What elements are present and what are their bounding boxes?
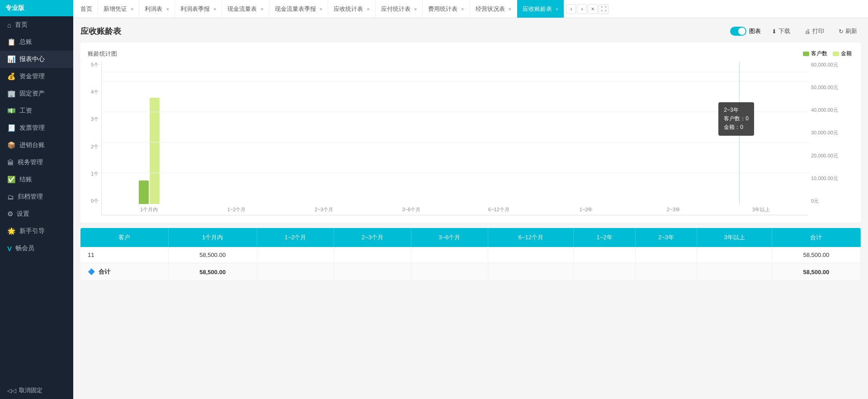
- tab-cashflow[interactable]: 现金流量表 ×: [222, 0, 269, 18]
- tab-cashflow-quarter[interactable]: 现金流量表季报 ×: [269, 0, 328, 18]
- tab-cashflow-close[interactable]: ×: [260, 6, 263, 12]
- sidebar-item-capital[interactable]: 💰 资金管理: [0, 68, 73, 85]
- tab-expense-stat[interactable]: 费用统计表 ×: [423, 0, 470, 18]
- legend-amount: 金额: [833, 50, 852, 57]
- total-2-3year: [635, 263, 697, 281]
- tab-operation-close[interactable]: ×: [509, 6, 511, 12]
- total-1-2year: [574, 263, 635, 281]
- tab-profit-close[interactable]: ×: [166, 6, 169, 12]
- tab-cashflow-quarter-close[interactable]: ×: [320, 6, 322, 12]
- bar-group-1month[interactable]: [105, 98, 193, 204]
- sidebar-item-home-label: 首页: [15, 21, 28, 29]
- download-icon: ⬇: [772, 28, 777, 35]
- capital-icon: 💰: [7, 72, 16, 81]
- tab-profit[interactable]: 利润表 ×: [139, 0, 175, 18]
- tab-close-all-button[interactable]: ×: [588, 4, 598, 14]
- x-label-1-2month: 1~2个月: [193, 206, 280, 213]
- row-3plus-year: [697, 247, 772, 263]
- row-2-3year: [635, 247, 697, 263]
- tab-home[interactable]: 首页: [75, 0, 98, 18]
- total-1-2month: [257, 263, 334, 281]
- total-3-6month: [411, 263, 488, 281]
- sidebar-item-tax[interactable]: 🏛 税务管理: [0, 154, 73, 171]
- col-2-3month: 2~3个月: [334, 228, 411, 247]
- x-axis-labels: 1个月内 1~2个月 2~3个月 3~6个月 6~12个月 1~2年 2~3年 …: [102, 204, 808, 215]
- tab-voucher-close[interactable]: ×: [131, 6, 133, 12]
- total-total: 58,500.00: [772, 263, 860, 281]
- inventory-icon: 📦: [7, 141, 16, 149]
- unpin-label: 取消固定: [19, 386, 42, 394]
- sidebar-item-invoice[interactable]: 🧾 发票管理: [0, 119, 73, 137]
- tab-prev-button[interactable]: ‹: [566, 4, 576, 14]
- tab-cashflow-quarter-label: 现金流量表季报: [275, 5, 316, 13]
- sidebar-item-settle-label: 结账: [19, 176, 32, 184]
- tab-payable-stat[interactable]: 应付统计表 ×: [376, 0, 423, 18]
- sidebar-item-ledger[interactable]: 📋 总账: [0, 33, 73, 51]
- main-content: 首页 新增凭证 × 利润表 × 利润表季报 × 现金流量表 × 现金流量表季报 …: [73, 0, 868, 399]
- row-1-2year: [574, 247, 635, 263]
- total-1month: 58,500.00: [168, 263, 257, 281]
- x-label-1-2year: 1~2年: [542, 206, 630, 213]
- sidebar-item-reports[interactable]: 📊 报表中心: [0, 51, 73, 68]
- sidebar-item-salary[interactable]: 💵 工资: [0, 102, 73, 119]
- col-total: 合计: [772, 228, 860, 247]
- sidebar-item-settle[interactable]: ✅ 结账: [0, 171, 73, 188]
- tab-next-button[interactable]: ›: [577, 4, 587, 14]
- sidebar-item-guide[interactable]: 🌟 新手引导: [0, 223, 73, 240]
- unpin-icon: ◁◁: [7, 387, 16, 394]
- sidebar-item-home[interactable]: ⌂ 首页: [0, 16, 73, 33]
- tax-icon: 🏛: [7, 159, 14, 166]
- legend-customer-label: 客户数: [811, 50, 827, 57]
- chart-toggle[interactable]: [730, 27, 746, 36]
- tab-payable-stat-close[interactable]: ×: [414, 6, 417, 12]
- y-axis-right: 60,000.00元 50,000.00元 40,000.00元 30,000.…: [808, 62, 854, 215]
- tab-profit-quarter[interactable]: 利润表季报 ×: [175, 0, 222, 18]
- tab-voucher[interactable]: 新增凭证 ×: [98, 0, 139, 18]
- page-content-area: 应收账龄表 图表 ⬇ 下载 🖨 打印 ↻ 刷新: [73, 18, 868, 399]
- tab-maximize-button[interactable]: ⛶: [599, 4, 609, 14]
- y-left-2: 2个: [91, 143, 99, 150]
- header-actions: 图表 ⬇ 下载 🖨 打印 ↻ 刷新: [730, 25, 861, 37]
- chart-area: 5个 4个 3个 2个 1个 0个: [88, 62, 854, 215]
- chart-bars-group: [102, 62, 808, 204]
- table-container: 客户 1个月内 1~2个月 2~3个月 3~6个月 6~12个月 1~2年 2~…: [80, 228, 861, 281]
- row-1-2month: [257, 247, 334, 263]
- tab-expense-stat-close[interactable]: ×: [461, 6, 464, 12]
- total-icon: 🔷: [88, 268, 95, 275]
- tab-receivable-stat-close[interactable]: ×: [367, 6, 369, 12]
- col-1month: 1个月内: [168, 228, 257, 247]
- y-right-30000: 30,000.00元: [811, 129, 838, 136]
- sidebar-item-assets-label: 固定资产: [19, 90, 45, 98]
- y-left-1: 1个: [91, 171, 99, 177]
- sidebar-item-member[interactable]: V 畅会员: [0, 240, 73, 257]
- y-right-10000: 10,000.00元: [811, 175, 838, 182]
- tab-profit-label: 利润表: [145, 5, 162, 13]
- grid-line-1: [102, 173, 808, 173]
- sidebar-item-archive[interactable]: 🗂 归档管理: [0, 188, 73, 205]
- sidebar-item-inventory-label: 进销台账: [19, 141, 45, 149]
- tab-aging[interactable]: 应收账龄表 ×: [517, 0, 564, 18]
- sidebar-item-assets[interactable]: 🏢 固定资产: [0, 85, 73, 102]
- chart-plot: 1个月内 1~2个月 2~3个月 3~6个月 6~12个月 1~2年 2~3年 …: [101, 62, 808, 215]
- print-button[interactable]: 🖨 打印: [801, 25, 828, 37]
- tab-profit-quarter-close[interactable]: ×: [213, 6, 216, 12]
- refresh-button[interactable]: ↻ 刷新: [835, 25, 861, 37]
- tab-operation[interactable]: 经营状况表 ×: [470, 0, 517, 18]
- y-left-3: 3个: [91, 116, 99, 123]
- bars-1month: [139, 98, 160, 204]
- sidebar-unpin-button[interactable]: ◁◁ 取消固定: [0, 382, 73, 399]
- sidebar-item-settings[interactable]: ⚙ 设置: [0, 205, 73, 223]
- sidebar: 专业版 ⌂ 首页 📋 总账 📊 报表中心 💰 资金管理 🏢 固定资产 💵 工资 …: [0, 0, 73, 399]
- tab-cashflow-label: 现金流量表: [227, 5, 257, 13]
- sidebar-item-inventory[interactable]: 📦 进销台账: [0, 137, 73, 154]
- sidebar-item-invoice-label: 发票管理: [19, 124, 45, 132]
- sidebar-item-ledger-label: 总账: [19, 38, 32, 46]
- legend-customer: 客户数: [803, 50, 827, 57]
- download-button[interactable]: ⬇ 下载: [768, 25, 794, 37]
- row-6-12month: [488, 247, 574, 263]
- y-right-40000: 40,000.00元: [811, 107, 838, 114]
- tab-aging-close[interactable]: ×: [556, 6, 558, 12]
- tab-receivable-stat[interactable]: 应收统计表 ×: [328, 0, 375, 18]
- col-1-2year: 1~2年: [574, 228, 635, 247]
- settle-icon: ✅: [7, 176, 16, 184]
